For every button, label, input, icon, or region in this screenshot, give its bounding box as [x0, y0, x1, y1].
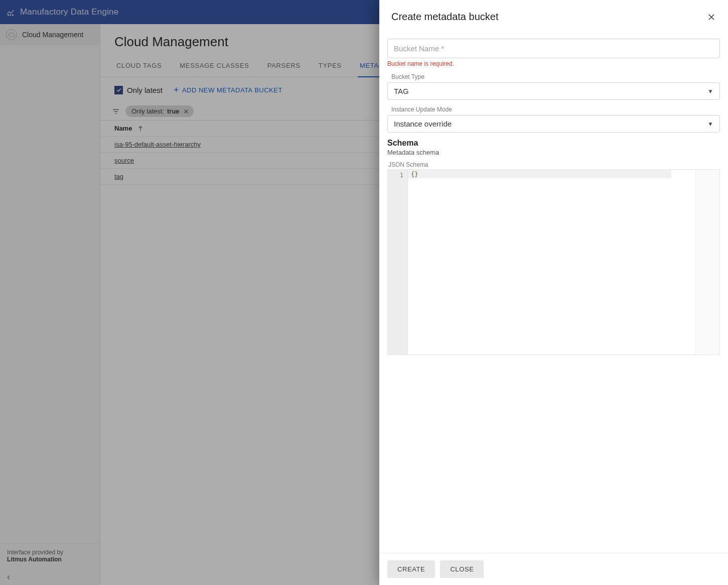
schema-section-title: Schema: [387, 139, 720, 148]
close-button[interactable]: CLOSE: [440, 560, 484, 578]
line-number: 1: [388, 172, 403, 179]
error-rest: is required.: [422, 60, 454, 67]
bucket-type-label: Bucket Type: [387, 73, 720, 80]
create-metadata-bucket-drawer: Create metadata bucket Bucket name is re…: [379, 0, 728, 585]
bucket-name-field: Bucket name is required.: [387, 39, 720, 67]
bucket-name-input[interactable]: [387, 39, 720, 58]
close-icon: [707, 13, 716, 22]
drawer-close-button[interactable]: [707, 13, 716, 22]
chevron-down-icon: ▼: [707, 88, 713, 95]
drawer-footer: CREATE CLOSE: [379, 553, 728, 585]
editor-minimap[interactable]: [695, 170, 719, 355]
editor-body[interactable]: {}: [408, 170, 695, 355]
drawer-header: Create metadata bucket: [379, 0, 728, 27]
drawer-body: Bucket name is required. Bucket Type TAG…: [379, 27, 728, 553]
create-button[interactable]: CREATE: [387, 560, 435, 578]
bucket-name-error: Bucket name is required.: [387, 60, 720, 67]
editor-gutter: 1: [388, 170, 408, 355]
bucket-type-select[interactable]: TAG ▼: [387, 82, 720, 100]
error-emphasis: Bucket name: [387, 60, 422, 67]
json-schema-label: JSON Schema: [387, 161, 720, 168]
json-schema-editor[interactable]: 1 {}: [387, 169, 720, 355]
update-mode-label: Instance Update Mode: [387, 106, 720, 113]
editor-content: {}: [408, 170, 695, 179]
update-mode-value: Instance override: [394, 120, 452, 128]
bucket-type-value: TAG: [394, 87, 409, 95]
drawer-title: Create metadata bucket: [391, 11, 498, 23]
schema-section-subtitle: Metadata schema: [387, 149, 720, 156]
update-mode-field: Instance Update Mode Instance override ▼: [387, 106, 720, 133]
bucket-type-field: Bucket Type TAG ▼: [387, 73, 720, 100]
update-mode-select[interactable]: Instance override ▼: [387, 115, 720, 133]
chevron-down-icon: ▼: [707, 121, 713, 128]
